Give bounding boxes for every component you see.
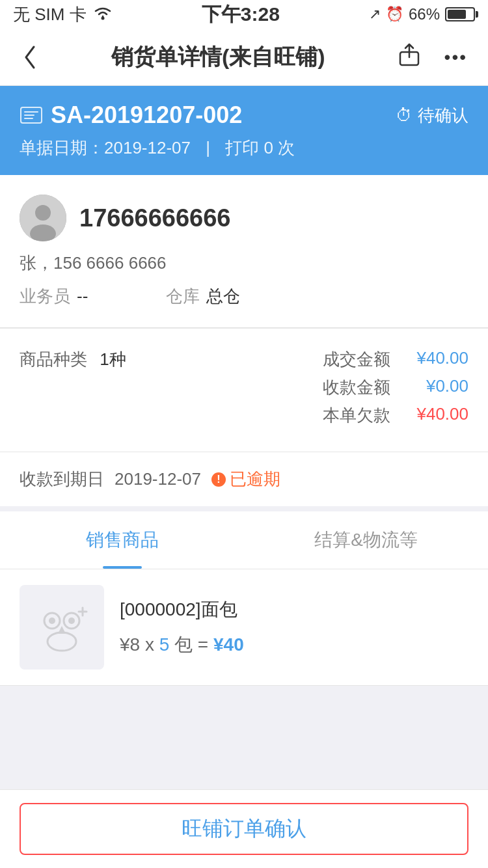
product-section: [0000002]面包 ¥8 x 5 包 = ¥40 bbox=[0, 569, 488, 686]
avatar bbox=[20, 195, 66, 241]
status-time: 下午3:28 bbox=[202, 1, 280, 28]
share-button[interactable] bbox=[392, 38, 426, 76]
battery-icon bbox=[445, 7, 475, 21]
product-name: [0000002]面包 bbox=[120, 597, 468, 622]
product-price-row: ¥8 x 5 包 = ¥40 bbox=[120, 632, 468, 657]
svg-point-8 bbox=[49, 617, 55, 624]
svg-point-0 bbox=[101, 16, 104, 20]
summary-section: 商品种类 1种 成交金额 ¥40.00 收款金额 ¥0.00 本单欠款 ¥40.… bbox=[0, 329, 488, 452]
order-date: 单据日期：2019-12-07 | 打印 0 次 bbox=[20, 137, 468, 159]
overdue-label: 已逾期 bbox=[230, 468, 280, 491]
page-title: 销货单详情(来自旺铺) bbox=[44, 42, 392, 72]
owed-amount-value: ¥40.00 bbox=[403, 404, 468, 427]
summary-right: 成交金额 ¥40.00 收款金额 ¥0.00 本单欠款 ¥40.00 bbox=[323, 348, 468, 432]
customer-meta: 业务员 -- 仓库 总仓 bbox=[20, 285, 468, 308]
bottom-action: 旺铺订单确认 bbox=[0, 789, 488, 868]
back-button[interactable] bbox=[16, 38, 44, 77]
overdue-icon: ! bbox=[211, 472, 226, 487]
product-info: [0000002]面包 ¥8 x 5 包 = ¥40 bbox=[120, 597, 468, 657]
sales-rep-label: 业务员 bbox=[20, 285, 70, 308]
due-date-value: 2019-12-07 bbox=[115, 469, 201, 489]
location-icon: ↗ bbox=[369, 6, 381, 23]
tabs-section: 销售商品 结算&物流等 bbox=[0, 511, 488, 569]
deal-amount-label: 成交金额 bbox=[323, 348, 390, 371]
customer-phone: 17666666666 bbox=[79, 204, 230, 232]
overdue-badge: ! 已逾期 bbox=[211, 468, 280, 491]
product-total: ¥40 bbox=[213, 634, 244, 655]
status-bar: 无 SIM 卡 下午3:28 ↗ ⏰ 66% bbox=[0, 0, 488, 29]
product-thumbnail bbox=[20, 585, 104, 670]
product-unit: 包 bbox=[174, 634, 193, 655]
product-kind-label: 商品种类 bbox=[20, 349, 87, 369]
product-unit-price: ¥8 bbox=[120, 634, 140, 655]
received-amount-label: 收款金额 bbox=[323, 376, 390, 399]
battery-percent: 66% bbox=[409, 5, 440, 23]
nav-bar: 销货单详情(来自旺铺) ••• bbox=[0, 29, 488, 86]
deal-amount-value: ¥40.00 bbox=[403, 348, 468, 371]
svg-point-9 bbox=[68, 617, 75, 624]
more-button[interactable]: ••• bbox=[439, 42, 472, 73]
status-right: ↗ ⏰ 66% bbox=[369, 5, 475, 23]
tab-underline bbox=[103, 566, 142, 569]
carrier-label: 无 SIM 卡 bbox=[13, 3, 87, 26]
tab-settlement[interactable]: 结算&物流等 bbox=[244, 511, 488, 569]
owed-amount-label: 本单欠款 bbox=[323, 404, 390, 427]
warehouse-value: 总仓 bbox=[206, 285, 240, 308]
order-status: ⏱ 待确认 bbox=[396, 104, 468, 127]
status-left: 无 SIM 卡 bbox=[13, 3, 113, 26]
product-kind-value: 1种 bbox=[100, 349, 126, 369]
received-amount-value: ¥0.00 bbox=[403, 376, 468, 399]
warehouse-label: 仓库 bbox=[166, 285, 200, 308]
order-id: SA-20191207-002 bbox=[20, 102, 242, 129]
due-date-label: 收款到期日 bbox=[20, 468, 104, 491]
sales-rep-value: -- bbox=[77, 286, 88, 306]
product-quantity: 5 bbox=[159, 634, 170, 655]
nav-actions: ••• bbox=[392, 38, 472, 76]
tab-products[interactable]: 销售商品 bbox=[0, 511, 244, 569]
tab-settlement-label: 结算&物流等 bbox=[314, 528, 418, 552]
customer-name: 张，156 6666 6666 bbox=[20, 252, 468, 275]
due-date-section: 收款到期日 2019-12-07 ! 已逾期 bbox=[0, 452, 488, 511]
clock-icon: ⏱ bbox=[396, 105, 413, 126]
customer-section: 17666666666 张，156 6666 6666 业务员 -- 仓库 总仓 bbox=[0, 175, 488, 328]
confirm-button[interactable]: 旺铺订单确认 bbox=[20, 803, 468, 855]
svg-point-4 bbox=[35, 205, 51, 221]
svg-point-11 bbox=[47, 632, 76, 651]
equals-sign: = bbox=[198, 634, 213, 655]
wifi-icon bbox=[93, 5, 113, 25]
alarm-icon: ⏰ bbox=[386, 6, 403, 23]
multiply-sign: x bbox=[145, 634, 159, 655]
order-header: SA-20191207-002 ⏱ 待确认 单据日期：2019-12-07 | … bbox=[0, 86, 488, 175]
tab-products-label: 销售商品 bbox=[86, 528, 159, 552]
